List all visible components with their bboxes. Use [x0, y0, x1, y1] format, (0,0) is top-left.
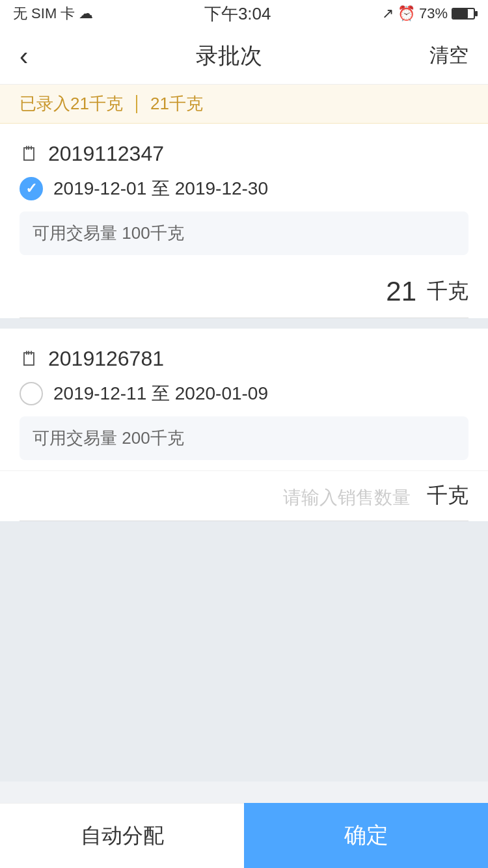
batch-2-date: 2019-12-11 至 2020-01-09 [53, 381, 268, 406]
alarm-icon: ⏰ [398, 5, 415, 22]
batch-2-icon: 🗒 [20, 348, 39, 370]
status-bar: 无 SIM 卡 ☁ 下午3:04 ↗ ⏰ 73% [0, 0, 488, 27]
gray-spacer [0, 521, 488, 781]
batch-1-radio[interactable] [20, 177, 43, 200]
battery-icon [452, 8, 475, 20]
recorded-value: 21千克 [150, 92, 203, 115]
auto-distribute-button[interactable]: 自动分配 [0, 803, 244, 868]
batch-1-qty-value: 21 [386, 276, 416, 307]
banner-divider [136, 95, 137, 113]
content-area: 🗒 2019112347 2019-12-01 至 2019-12-30 可用交… [0, 124, 488, 847]
batch-2-header: 🗒 2019126781 [0, 329, 488, 377]
clear-button[interactable]: 清空 [429, 42, 468, 69]
recorded-label: 已录入21千克 [20, 92, 123, 115]
batch-1-available: 可用交易量 100千克 [20, 211, 468, 255]
batch-2-number: 2019126781 [48, 347, 164, 371]
batch-2-radio[interactable] [20, 382, 43, 405]
batch-card-2: 🗒 2019126781 2019-12-11 至 2020-01-09 可用交… [0, 329, 488, 521]
batch-1-date: 2019-12-01 至 2019-12-30 [53, 176, 268, 201]
batch-2-unit: 千克 [427, 481, 468, 510]
batch-1-header: 🗒 2019112347 [0, 124, 488, 172]
page-title: 录批次 [196, 41, 262, 71]
status-right: ↗ ⏰ 73% [382, 5, 475, 22]
batch-card-1: 🗒 2019112347 2019-12-01 至 2019-12-30 可用交… [0, 124, 488, 318]
battery-text: 73% [419, 5, 448, 22]
bottom-bar: 自动分配 确定 [0, 803, 488, 868]
batch-1-icon: 🗒 [20, 143, 39, 165]
status-time: 下午3:04 [204, 3, 271, 25]
batch-1-number: 2019112347 [48, 142, 164, 166]
confirm-button[interactable]: 确定 [244, 803, 488, 868]
status-left: 无 SIM 卡 ☁ [13, 4, 93, 23]
info-banner: 已录入21千克 21千克 [0, 85, 488, 124]
batch-1-date-row[interactable]: 2019-12-01 至 2019-12-30 [0, 172, 488, 211]
card-separator [0, 318, 488, 329]
batch-2-input-row: 千克 [0, 470, 488, 521]
nav-bar: ‹ 录批次 清空 [0, 27, 488, 85]
batch-1-qty-row: 21 千克 [0, 265, 488, 318]
batch-2-qty-input[interactable] [225, 482, 420, 509]
signal-icon: ↗ [382, 5, 394, 22]
back-button[interactable]: ‹ [20, 43, 28, 69]
batch-2-available: 可用交易量 200千克 [20, 416, 468, 460]
no-sim-text: 无 SIM 卡 ☁ [13, 4, 93, 23]
batch-1-unit: 千克 [427, 277, 468, 306]
batch-2-date-row[interactable]: 2019-12-11 至 2020-01-09 [0, 377, 488, 416]
